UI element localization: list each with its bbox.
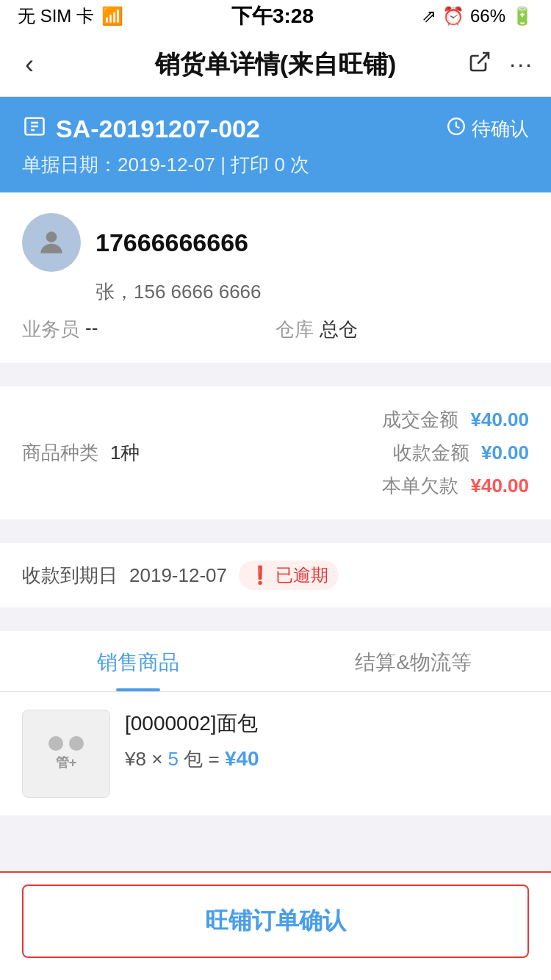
order-icon bbox=[22, 115, 47, 143]
customer-detail: 张，156 6666 6666 bbox=[22, 279, 529, 305]
summary-section: 商品种类 1种 成交金额 ¥40.00 收款金额 ¥0.00 本单欠款 ¥40.… bbox=[0, 386, 551, 519]
status-clock-icon bbox=[447, 117, 466, 141]
more-icon[interactable]: ··· bbox=[509, 51, 533, 78]
status-text: 待确认 bbox=[472, 116, 529, 142]
amounts: 成交金额 ¥40.00 收款金额 ¥0.00 本单欠款 ¥40.00 bbox=[382, 407, 529, 499]
sales-value: -- bbox=[85, 317, 98, 342]
warehouse-value: 总仓 bbox=[320, 317, 358, 342]
divider-3 bbox=[0, 619, 551, 631]
divider-2 bbox=[0, 531, 551, 543]
customer-row: 17666666666 bbox=[22, 213, 529, 272]
owl-label: 管+ bbox=[56, 754, 77, 771]
order-id: SA-20191207-002 bbox=[22, 115, 260, 143]
amount-row: 成交金额 ¥40.00 bbox=[382, 407, 529, 433]
warehouse-label: 仓库 bbox=[276, 317, 314, 342]
owed-value: ¥40.00 bbox=[470, 475, 529, 497]
status-time: 下午3:28 bbox=[231, 2, 314, 30]
no-sim-text: 无 SIM 卡 bbox=[18, 4, 94, 28]
page-title: 销货单详情(来自旺铺) bbox=[155, 48, 397, 82]
multiply-sign: × bbox=[151, 748, 168, 770]
wifi-icon: 📶 bbox=[101, 6, 123, 26]
price-value: ¥8 bbox=[125, 748, 146, 770]
avatar bbox=[22, 213, 81, 272]
sales-label: 业务员 bbox=[22, 317, 79, 342]
product-type: 商品种类 1种 bbox=[22, 407, 382, 499]
product-thumbnail: 管+ bbox=[22, 710, 110, 798]
received-row: 收款金额 ¥0.00 bbox=[393, 440, 529, 466]
bottom-bar: 旺铺订单确认 bbox=[0, 871, 551, 980]
tab-section: 销售商品 结算&物流等 bbox=[0, 631, 551, 692]
due-label: 收款到期日 bbox=[22, 563, 118, 588]
due-date: 2019-12-07 bbox=[129, 564, 227, 587]
product-name: [0000002]面包 bbox=[125, 710, 529, 738]
qty-value: 5 bbox=[168, 748, 179, 770]
back-button[interactable]: ‹ bbox=[18, 42, 41, 87]
owl-eye-left bbox=[48, 736, 63, 751]
tab-bar: 销售商品 结算&物流等 bbox=[0, 631, 551, 692]
product-section: 管+ [0000002]面包 ¥8 × 5 包 = ¥40 bbox=[0, 692, 551, 815]
order-header: SA-20191207-002 待确认 单据日期：2019-12-07 | 打印… bbox=[0, 97, 551, 192]
received-value: ¥0.00 bbox=[481, 442, 529, 464]
type-value: 1种 bbox=[110, 440, 140, 466]
received-label: 收款金额 bbox=[393, 440, 469, 466]
warehouse-item: 仓库 总仓 bbox=[276, 317, 529, 342]
overdue-badge: ❗ 已逾期 bbox=[239, 561, 339, 590]
product-logo: 管+ bbox=[48, 736, 84, 771]
location-icon: ⇗ bbox=[422, 6, 436, 26]
due-section: 收款到期日 2019-12-07 ❗ 已逾期 bbox=[0, 543, 551, 608]
customer-phone: 17666666666 bbox=[96, 228, 248, 257]
order-date: 单据日期：2019-12-07 | 打印 0 次 bbox=[22, 152, 529, 178]
customer-section: 17666666666 张，156 6666 6666 业务员 -- 仓库 总仓 bbox=[0, 192, 551, 363]
owl-eyes bbox=[48, 736, 84, 751]
product-item: 管+ [0000002]面包 ¥8 × 5 包 = ¥40 bbox=[22, 710, 529, 798]
amount-value: ¥40.00 bbox=[470, 408, 529, 431]
status-left: 无 SIM 卡 📶 bbox=[18, 4, 123, 28]
type-label: 商品种类 bbox=[22, 440, 98, 466]
amount-label: 成交金额 bbox=[382, 407, 458, 433]
nav-bar: ‹ 销货单详情(来自旺铺) ··· bbox=[0, 32, 551, 97]
status-bar: 无 SIM 卡 📶 下午3:28 ⇗ ⏰ 66% 🔋 bbox=[0, 0, 551, 32]
svg-line-0 bbox=[478, 53, 489, 64]
share-icon[interactable] bbox=[468, 50, 491, 79]
confirm-button[interactable]: 旺铺订单确认 bbox=[22, 884, 529, 958]
divider-1 bbox=[0, 375, 551, 386]
owed-row: 本单欠款 ¥40.00 bbox=[382, 473, 529, 499]
customer-meta: 业务员 -- 仓库 总仓 bbox=[22, 317, 529, 342]
owed-label: 本单欠款 bbox=[382, 473, 458, 499]
unit: 包 bbox=[184, 748, 203, 770]
tab-sales-product[interactable]: 销售商品 bbox=[0, 631, 276, 691]
status-right: ⇗ ⏰ 66% 🔋 bbox=[422, 6, 533, 26]
overdue-text: 已逾期 bbox=[276, 563, 328, 587]
order-status: 待确认 bbox=[447, 116, 529, 142]
svg-point-6 bbox=[46, 231, 57, 242]
order-id-row: SA-20191207-002 待确认 bbox=[22, 115, 529, 143]
total-value: ¥40 bbox=[225, 747, 259, 770]
tab-settlement[interactable]: 结算&物流等 bbox=[276, 631, 551, 691]
sales-item: 业务员 -- bbox=[22, 317, 276, 342]
product-info: [0000002]面包 ¥8 × 5 包 = ¥40 bbox=[125, 710, 529, 772]
owl-eye-right bbox=[69, 736, 84, 751]
battery-text: 66% bbox=[470, 6, 505, 26]
alarm-icon: ⏰ bbox=[442, 6, 464, 26]
product-price: ¥8 × 5 包 = ¥40 bbox=[125, 746, 529, 772]
overdue-icon: ❗ bbox=[249, 565, 271, 586]
nav-actions: ··· bbox=[468, 50, 533, 79]
battery-icon: 🔋 bbox=[511, 6, 533, 26]
equals-sign: = bbox=[209, 748, 225, 770]
